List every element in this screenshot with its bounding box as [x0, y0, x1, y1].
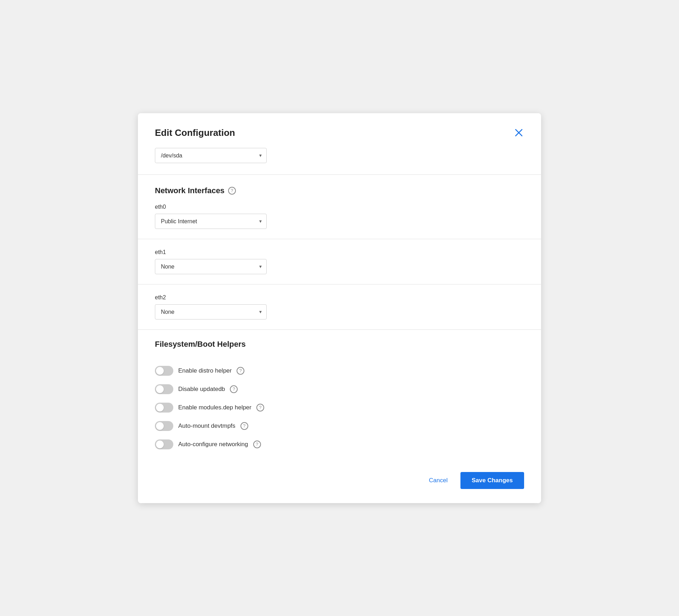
auto-network-row: Auto-configure networking ? [155, 439, 524, 449]
modules-dep-label: Enable modules.dep helper [178, 404, 251, 411]
devtmpfs-toggle[interactable] [155, 421, 173, 431]
eth1-label: eth1 [155, 249, 524, 255]
auto-network-toggle[interactable] [155, 439, 173, 449]
modules-dep-help-icon[interactable]: ? [256, 404, 264, 411]
distro-helper-label: Enable distro helper [178, 367, 232, 374]
updatedb-label: Disable updatedb [178, 386, 225, 393]
auto-network-label: Auto-configure networking [178, 441, 248, 448]
device-select-container: /dev/sda /dev/sdb /dev/sdc ▾ [155, 148, 267, 163]
eth0-label: eth0 [155, 204, 524, 210]
auto-network-help-icon[interactable]: ? [253, 441, 261, 448]
modal-footer: Cancel Save Changes [155, 458, 524, 489]
filesystem-title: Filesystem/Boot Helpers [155, 340, 246, 349]
eth2-group: eth2 None Public Internet ▾ [155, 294, 524, 319]
eth0-group: eth0 Public Internet None ▾ [155, 204, 524, 229]
distro-helper-toggle[interactable] [155, 366, 173, 376]
eth1-select[interactable]: None Public Internet [155, 259, 267, 274]
eth1-divider [138, 284, 541, 284]
network-interfaces-title: Network Interfaces [155, 186, 225, 195]
updatedb-row: Disable updatedb ? [155, 384, 524, 394]
eth1-group: eth1 None Public Internet ▾ [155, 249, 524, 274]
devtmpfs-row: Auto-mount devtmpfs ? [155, 421, 524, 431]
distro-helper-help-icon[interactable]: ? [237, 367, 244, 375]
modal-title: Edit Configuration [155, 127, 235, 138]
network-interfaces-help-icon[interactable]: ? [228, 187, 236, 195]
devtmpfs-label: Auto-mount devtmpfs [178, 422, 236, 430]
eth2-divider [138, 329, 541, 330]
distro-helper-row: Enable distro helper ? [155, 366, 524, 376]
close-button[interactable] [513, 127, 524, 139]
devtmpfs-help-icon[interactable]: ? [240, 422, 248, 430]
modal-dialog: Edit Configuration /dev/sda /dev/sdb /de… [138, 113, 541, 503]
filesystem-title-row: Filesystem/Boot Helpers [155, 340, 524, 357]
eth2-select[interactable]: None Public Internet [155, 304, 267, 319]
eth2-label: eth2 [155, 294, 524, 301]
cancel-button[interactable]: Cancel [422, 473, 455, 488]
save-button[interactable]: Save Changes [460, 472, 524, 489]
network-interfaces-section: Network Interfaces ? eth0 Public Interne… [155, 186, 524, 340]
device-select-wrapper: /dev/sda /dev/sdb /dev/sdc ▾ [155, 148, 524, 163]
modal-header: Edit Configuration [155, 127, 524, 139]
filesystem-boot-section: Filesystem/Boot Helpers Enable distro he… [155, 340, 524, 458]
modules-dep-row: Enable modules.dep helper ? [155, 403, 524, 413]
eth0-select[interactable]: Public Internet None [155, 214, 267, 229]
eth1-select-container: None Public Internet ▾ [155, 259, 267, 274]
network-interfaces-title-row: Network Interfaces ? [155, 186, 524, 195]
device-select[interactable]: /dev/sda /dev/sdb /dev/sdc [155, 148, 267, 163]
modules-dep-toggle[interactable] [155, 403, 173, 413]
eth0-select-container: Public Internet None ▾ [155, 214, 267, 229]
updatedb-help-icon[interactable]: ? [230, 385, 238, 393]
updatedb-toggle[interactable] [155, 384, 173, 394]
eth0-divider [138, 239, 541, 239]
divider-1 [138, 174, 541, 175]
eth2-select-container: None Public Internet ▾ [155, 304, 267, 319]
